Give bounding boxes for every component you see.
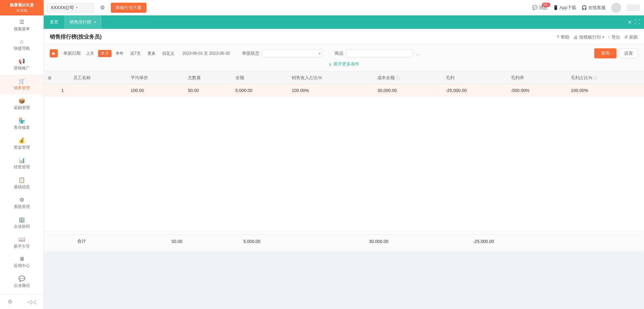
expand-more-button[interactable]: ∨ 展开更多条件 xyxy=(329,61,359,67)
total-gross-cell: -25,000.00 xyxy=(469,235,579,248)
tab-home[interactable]: 首页 xyxy=(44,15,65,29)
main-content: 销售排行榜(按业务员) ? 帮助 🖨 按模板打印 ▾ xyxy=(44,29,644,309)
tab-actions: ✕ ⛶ xyxy=(628,15,644,29)
user-avatar[interactable] xyxy=(611,3,621,13)
sidebar-item-wechat[interactable]: 💬 企业微信 xyxy=(0,272,43,292)
sidebar-item-purchase[interactable]: 📦 采购管理 xyxy=(0,94,43,114)
sidebar-collapse-icon[interactable]: ◁◁ xyxy=(26,297,37,306)
sidebar-item-marketing[interactable]: 📢 营销推广 xyxy=(0,55,43,74)
table-settings-gear-icon[interactable]: ⚙ xyxy=(48,75,52,81)
message-button[interactable]: 💬 消息 99+ xyxy=(532,5,548,11)
sidebar-item-enterprise[interactable]: 🏢 企业协同 xyxy=(0,213,43,233)
inventory-icon: 🏪 xyxy=(18,117,25,124)
date-opt-last-month[interactable]: 上月 xyxy=(83,50,97,57)
print-label: 按模板打印 xyxy=(579,34,601,40)
row-gross-rate-cell: -500.00% xyxy=(507,85,567,97)
total-gross-rate-cell xyxy=(579,235,609,248)
help-label: 帮助 xyxy=(561,34,569,40)
close-window-button[interactable]: ✕ xyxy=(628,19,632,25)
date-opt-last-7-days[interactable]: 近7天 xyxy=(128,50,143,57)
sidebar-item-system[interactable]: ⚙ 系统管理 xyxy=(0,193,43,213)
date-opt-more[interactable]: 更多 xyxy=(145,50,158,57)
sidebar-item-search[interactable]: ☰ 搜索菜单 xyxy=(0,15,43,35)
date-opt-this-month[interactable]: 本月 xyxy=(98,50,112,57)
company-selector[interactable]: XXXXX公司 ▾ xyxy=(47,3,94,12)
export-icon: ↑ xyxy=(608,35,610,40)
help-button[interactable]: ? 帮助 xyxy=(557,34,569,40)
username-label xyxy=(627,4,640,11)
refresh-button[interactable]: ↺ 刷新 xyxy=(624,34,638,40)
goods-input[interactable] xyxy=(346,49,413,57)
gross-pct-help-icon[interactable]: ⓘ xyxy=(594,76,597,80)
app-logo[interactable]: 畅康通好生意 标准版 xyxy=(10,2,34,13)
enterprise-icon: 🏢 xyxy=(18,216,25,223)
col-header-amount: 全额 xyxy=(231,71,288,85)
status-filter-group: 单据状态 xyxy=(242,49,323,57)
sidebar-settings-icon[interactable]: ⚙ xyxy=(6,297,14,306)
row-rank-cell: 1 xyxy=(56,85,69,97)
operation-icon: 📊 xyxy=(18,157,25,163)
row-gross-cell: -25,000.00 xyxy=(442,85,507,97)
total-rank-cell xyxy=(60,235,73,248)
col-header-name: 员工名称 xyxy=(69,71,127,85)
query-button[interactable]: 查询 xyxy=(594,48,616,58)
date-opt-custom[interactable]: 自定义 xyxy=(160,50,177,57)
sidebar-basicinfo-label: 基础信息 xyxy=(14,184,30,190)
app-download-button[interactable]: 📱 App下载 xyxy=(553,5,576,11)
col-header-qty: 主数量 xyxy=(184,71,231,85)
sidebar-item-sales[interactable]: 🛒 销售管理 xyxy=(0,74,43,94)
table-header-row: ⚙ 员工名称 平均单价 主数量 全额 销售收入占比% 成本全额 xyxy=(44,71,644,85)
sidebar-item-operation[interactable]: 📊 经营管理 xyxy=(0,154,43,173)
col-header-settings[interactable]: ⚙ xyxy=(44,71,56,85)
date-opt-this-year[interactable]: 本年 xyxy=(113,50,126,57)
app-dl-label: App下载 xyxy=(560,5,576,11)
sidebar-search-label: 搜索菜单 xyxy=(14,26,30,32)
top-settings-button[interactable]: ⚙ xyxy=(97,3,108,13)
tab-bar: 首页 销售排行榜 ✕ ✕ ⛶ xyxy=(44,15,644,29)
sidebar-item-finance[interactable]: 💰 资金管理 xyxy=(0,134,43,154)
sidebar-item-guide[interactable]: 📖 新手引导 xyxy=(0,233,43,253)
sales-icon: 🛒 xyxy=(18,78,25,84)
sidebar-nav: ☰ 搜索菜单 ⌂ 快捷导航 📢 营销推广 🛒 销售管理 📦 采 xyxy=(0,15,43,294)
data-table: ⚙ 员工名称 平均单价 主数量 全额 销售收入占比% 成本全额 xyxy=(44,71,644,97)
sidebar-system-label: 系统管理 xyxy=(14,204,30,210)
content-area: 首页 销售排行榜 ✕ ✕ ⛶ 销售排行榜(按业务员) xyxy=(44,15,644,309)
sidebar-item-apps[interactable]: 🖥 应用中心 xyxy=(0,253,43,272)
search-menu-icon: ☰ xyxy=(19,19,24,25)
online-service-button[interactable]: 🎧 在线客服 xyxy=(582,5,606,11)
tab-sales-rank[interactable]: 销售排行榜 ✕ xyxy=(65,15,101,29)
export-button[interactable]: ↑ 导出 xyxy=(608,34,620,40)
col-header-gross-rate: 毛利率 xyxy=(507,71,567,85)
sidebar-item-inventory[interactable]: 🏪 库存核算 xyxy=(0,114,43,134)
print-icon: 🖨 xyxy=(573,35,578,40)
tab-close-icon[interactable]: ✕ xyxy=(93,20,96,24)
trial-button[interactable]: 体验行业方案 xyxy=(111,3,146,13)
status-select[interactable] xyxy=(262,49,323,57)
total-label-cell: 合计 xyxy=(73,235,137,248)
logo-line1: 畅康通好生意 xyxy=(10,2,34,8)
sidebar-item-member[interactable]: V 畅会员 xyxy=(0,292,43,294)
table-container: ⚙ 员工名称 平均单价 主数量 全额 销售收入占比% 成本全额 xyxy=(44,71,644,97)
row-sales-pct-cell: 100.00% xyxy=(288,85,373,97)
print-button[interactable]: 🖨 按模板打印 ▾ xyxy=(573,34,604,40)
settings-button[interactable]: 设置 xyxy=(619,48,638,58)
cost-help-icon[interactable]: ⓘ xyxy=(396,76,400,80)
sidebar-item-basic-info[interactable]: 📋 基础信息 xyxy=(0,173,43,193)
col-header-avg-price: 平均单价 xyxy=(127,71,184,85)
filter-collapse-btn[interactable]: ▶ xyxy=(50,49,58,57)
tab-sales-rank-label: 销售排行榜 xyxy=(70,19,91,25)
sidebar-item-quick-nav[interactable]: ⌂ 快捷导航 xyxy=(0,35,43,55)
sidebar-sales-label: 销售管理 xyxy=(14,85,30,91)
total-cost-cell: 30,000.00 xyxy=(365,235,469,248)
phone-icon: 📱 xyxy=(553,5,558,10)
total-sales-pct-cell xyxy=(334,235,365,248)
message-badge: 99+ xyxy=(542,3,550,7)
goods-more-icon[interactable]: ... xyxy=(416,51,420,56)
col-header-gross: 毛利 xyxy=(442,71,507,85)
maximize-button[interactable]: ⛶ xyxy=(635,19,640,25)
page-title: 销售排行榜(按业务员) xyxy=(50,34,102,41)
online-svc-label: 在线客服 xyxy=(588,5,606,11)
col-header-rank xyxy=(56,71,69,85)
top-bar: 畅康通好生意 标准版 XXXXX公司 ▾ ⚙ 体验行业方案 💬 消息 99+ 📱… xyxy=(0,0,644,15)
guide-icon: 📖 xyxy=(18,236,25,243)
